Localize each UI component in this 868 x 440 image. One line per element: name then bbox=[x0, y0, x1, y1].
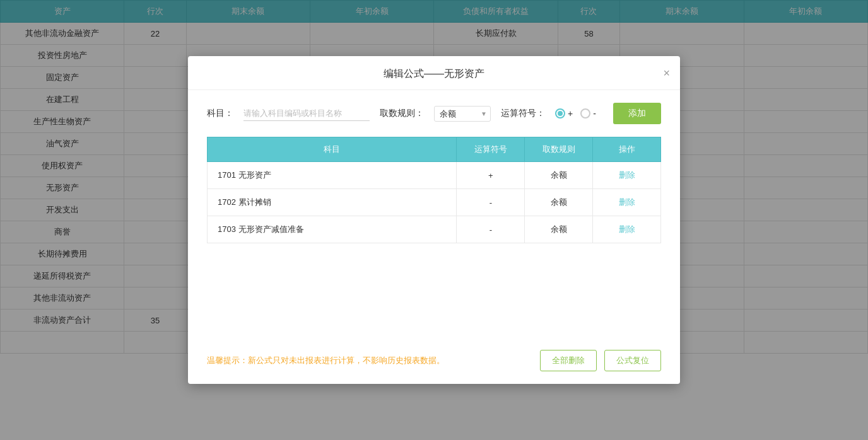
formula-cell-subject: 1702 累计摊销 bbox=[208, 189, 457, 216]
radio-minus-label: - bbox=[593, 108, 596, 119]
reset-formula-button[interactable]: 公式复位 bbox=[604, 350, 661, 371]
formula-table-row: 1702 累计摊销 - 余额 删除 bbox=[208, 189, 661, 216]
modal-title: 编辑公式——无形资产 bbox=[384, 68, 484, 79]
formula-cell-action[interactable]: 删除 bbox=[593, 189, 661, 216]
modal-close-button[interactable]: × bbox=[663, 67, 670, 79]
radio-plus-label: + bbox=[568, 108, 573, 119]
radio-minus-circle[interactable] bbox=[580, 108, 590, 119]
radio-plus-circle[interactable] bbox=[555, 108, 565, 119]
formula-cell-operator: - bbox=[457, 216, 525, 243]
formula-table: 科目 运算符号 取数规则 操作 1701 无形资产 + 余额 删除 1702 累… bbox=[207, 137, 661, 243]
rule-label: 取数规则： bbox=[380, 108, 424, 119]
table-header-operator: 运算符号 bbox=[457, 137, 525, 162]
radio-plus[interactable]: + bbox=[555, 108, 573, 119]
add-button[interactable]: 添加 bbox=[613, 103, 661, 124]
formula-table-row: 1703 无形资产减值准备 - 余额 删除 bbox=[208, 216, 661, 243]
subject-input[interactable] bbox=[243, 106, 370, 121]
formula-cell-rule: 余额 bbox=[525, 216, 593, 243]
footer-hint: 温馨提示：新公式只对未出报表进行计算，不影响历史报表数据。 bbox=[207, 355, 445, 366]
form-row: 科目： 取数规则： 余额 借方 贷方 借方发生 贷方发生 ▼ 运算符号： bbox=[207, 103, 661, 124]
delete-row-button[interactable]: 删除 bbox=[619, 197, 635, 208]
modal-body: 科目： 取数规则： 余额 借方 贷方 借方发生 贷方发生 ▼ 运算符号： bbox=[188, 90, 680, 340]
formula-cell-subject: 1701 无形资产 bbox=[208, 162, 457, 189]
modal-overlay: 编辑公式——无形资产 × 科目： 取数规则： 余额 借方 贷方 借方发生 贷方发… bbox=[0, 0, 868, 440]
formula-cell-rule: 余额 bbox=[525, 162, 593, 189]
formula-cell-operator: - bbox=[457, 189, 525, 216]
table-header-rule: 取数规则 bbox=[525, 137, 593, 162]
formula-cell-action[interactable]: 删除 bbox=[593, 216, 661, 243]
formula-cell-operator: + bbox=[457, 162, 525, 189]
footer-buttons: 全部删除 公式复位 bbox=[540, 350, 661, 371]
operator-label: 运算符号： bbox=[501, 108, 545, 119]
modal-header: 编辑公式——无形资产 × bbox=[188, 56, 680, 90]
delete-row-button[interactable]: 删除 bbox=[619, 224, 635, 235]
operator-radio-group: + - bbox=[555, 108, 596, 119]
radio-minus[interactable]: - bbox=[580, 108, 596, 119]
delete-all-button[interactable]: 全部删除 bbox=[540, 350, 597, 371]
rule-select[interactable]: 余额 借方 贷方 借方发生 贷方发生 bbox=[434, 106, 491, 122]
formula-cell-rule: 余额 bbox=[525, 189, 593, 216]
modal-footer: 温馨提示：新公式只对未出报表进行计算，不影响历史报表数据。 全部删除 公式复位 bbox=[188, 340, 680, 384]
formula-table-row: 1701 无形资产 + 余额 删除 bbox=[208, 162, 661, 189]
table-header-subject: 科目 bbox=[208, 137, 457, 162]
formula-cell-action[interactable]: 删除 bbox=[593, 162, 661, 189]
rule-select-wrapper[interactable]: 余额 借方 贷方 借方发生 贷方发生 ▼ bbox=[434, 106, 491, 122]
table-header-action: 操作 bbox=[593, 137, 661, 162]
modal-dialog: 编辑公式——无形资产 × 科目： 取数规则： 余额 借方 贷方 借方发生 贷方发… bbox=[188, 56, 680, 384]
subject-label: 科目： bbox=[207, 108, 233, 119]
formula-cell-subject: 1703 无形资产减值准备 bbox=[208, 216, 457, 243]
delete-row-button[interactable]: 删除 bbox=[619, 170, 635, 181]
